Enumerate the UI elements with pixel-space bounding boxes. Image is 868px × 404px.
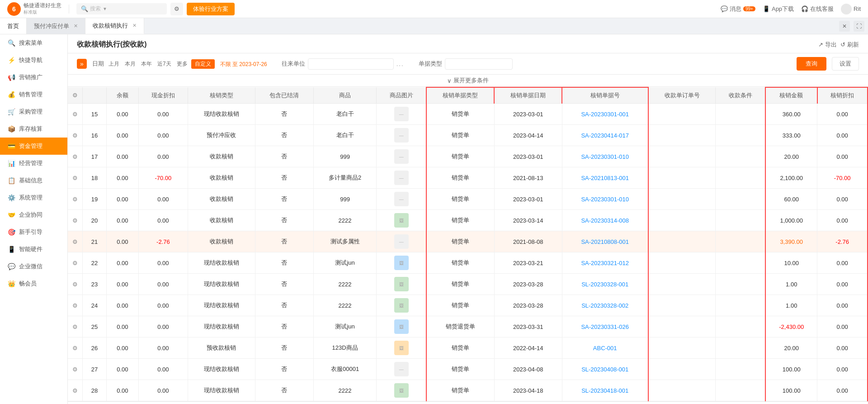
- write-off-no-link[interactable]: SA-20210808-001: [581, 238, 629, 245]
- row-write-off-type: 收款核销: [188, 189, 255, 210]
- row-include-settled: 否: [255, 104, 313, 125]
- row-gear[interactable]: ⚙: [68, 231, 83, 252]
- query-button[interactable]: 查询: [797, 57, 826, 71]
- voucher-type-select[interactable]: [445, 58, 513, 70]
- row-gear[interactable]: ⚙: [68, 167, 83, 189]
- sidebar-item-sales-label: 销售管理: [19, 90, 42, 99]
- row-product: 老白干: [313, 104, 377, 125]
- row-include-settled: 否: [255, 231, 313, 252]
- row-product: 2222: [313, 210, 377, 231]
- row-seq: 26: [83, 337, 107, 359]
- sidebar-item-basic[interactable]: 📋 基础信息: [0, 172, 67, 189]
- sidebar-item-biz[interactable]: 📊 经营管理: [0, 155, 67, 172]
- row-gear[interactable]: ⚙: [68, 295, 83, 316]
- write-off-no-link[interactable]: SL-20230328-002: [581, 302, 628, 309]
- sidebar-item-purchase[interactable]: 🛒 采购管理: [0, 103, 67, 120]
- table-row: ⚙200.000.00收款核销否2222🖼销货单2023-03-14SA-202…: [68, 210, 868, 231]
- row-gear[interactable]: ⚙: [68, 146, 83, 167]
- row-gear[interactable]: ⚙: [68, 189, 83, 210]
- col-gear[interactable]: ⚙: [68, 87, 83, 104]
- row-gear[interactable]: ⚙: [68, 210, 83, 231]
- industry-btn[interactable]: 体验行业方案: [187, 3, 235, 15]
- write-off-no-link[interactable]: SA-20230301-010: [581, 153, 629, 160]
- date-link-this-year[interactable]: 本年: [139, 59, 154, 69]
- filter-expand-button[interactable]: »: [77, 59, 87, 69]
- logo-icon: 6: [7, 2, 21, 16]
- row-write-off-no: SL-20230408-001: [562, 359, 648, 380]
- sidebar-item-smart-hw[interactable]: 📱 智能硬件: [0, 241, 67, 258]
- sidebar-item-quick-nav[interactable]: ⚡ 快捷导航: [0, 52, 67, 69]
- row-gear[interactable]: ⚙: [68, 359, 83, 380]
- table-container[interactable]: ⚙ 余额 现金折扣 核销类型 包含已结清 商品 商品图片 核销单据类型 核销单据…: [68, 87, 868, 404]
- row-receipt-order-no: [648, 146, 716, 167]
- sidebar-item-vip[interactable]: 👑 畅会员: [0, 275, 67, 292]
- row-gear[interactable]: ⚙: [68, 274, 83, 295]
- write-off-no-link[interactable]: ABC-001: [593, 345, 617, 352]
- row-cash-discount: -2.76: [138, 231, 188, 252]
- tab-writeoff-close[interactable]: ✕: [132, 23, 137, 29]
- sidebar-item-system[interactable]: ⚙️ 系统管理: [0, 189, 67, 206]
- row-write-off-type: 预收款核销: [188, 337, 255, 359]
- row-receipt-order-no: [648, 359, 716, 380]
- tab-expand-btn[interactable]: ⛶: [854, 21, 864, 32]
- date-custom-btn[interactable]: 自定义: [191, 59, 215, 69]
- online-service-item[interactable]: 🎧 在线客服: [801, 5, 834, 13]
- sidebar-item-corp[interactable]: 🤝 企业协同: [0, 206, 67, 223]
- row-gear[interactable]: ⚙: [68, 252, 83, 274]
- write-off-no-link[interactable]: SA-20230301-010: [581, 196, 629, 203]
- row-gear[interactable]: ⚙: [68, 316, 83, 337]
- write-off-no-link[interactable]: SA-20230331-026: [581, 323, 629, 330]
- row-gear[interactable]: ⚙: [68, 337, 83, 359]
- search-area[interactable]: 🔍 搜索 ▼: [76, 3, 167, 14]
- date-link-this-month[interactable]: 本月: [123, 59, 137, 69]
- partner-input[interactable]: [308, 58, 394, 70]
- sidebar-item-marketing[interactable]: 📢 营销推广: [0, 69, 67, 86]
- row-write-off-no: SL-20230328-001: [562, 274, 648, 295]
- row-include-settled: 否: [255, 210, 313, 231]
- write-off-no-link[interactable]: SL-20230408-001: [581, 366, 628, 373]
- write-off-no-link[interactable]: SA-20230321-012: [581, 260, 629, 266]
- tab-prepaid[interactable]: 预付冲应付单 ✕: [27, 18, 85, 34]
- app-download-item[interactable]: 📱 App下载: [763, 5, 794, 13]
- tab-home[interactable]: 首页: [0, 18, 27, 34]
- column-settings-icon[interactable]: ⚙: [72, 92, 78, 99]
- row-receipt-condition: [716, 210, 765, 231]
- user-item[interactable]: Rit: [841, 4, 861, 14]
- sidebar-item-sales[interactable]: 💰 销售管理: [0, 86, 67, 103]
- sidebar-item-beginner[interactable]: 🎯 新手引导: [0, 223, 67, 241]
- row-gear[interactable]: ⚙: [68, 380, 83, 401]
- row-write-off-amount: 333.00: [765, 125, 817, 146]
- date-filter-links: 上月 本月 本年 近7天 更多 自定义: [107, 59, 215, 69]
- sidebar-item-finance[interactable]: 💳 资金管理: [0, 138, 67, 155]
- write-off-no-link[interactable]: SA-20230301-001: [581, 111, 629, 118]
- tab-bar: 首页 预付冲应付单 ✕ 收款核销执行 ✕ ✕ ⛶: [0, 18, 868, 34]
- tab-writeoff[interactable]: 收款核销执行 ✕: [85, 18, 144, 34]
- write-off-no-link[interactable]: SA-20230414-017: [581, 132, 629, 139]
- refresh-button[interactable]: ↺ 刷新: [840, 41, 859, 49]
- date-link-7days[interactable]: 近7天: [156, 59, 173, 69]
- tab-close-all-btn[interactable]: ✕: [839, 21, 850, 32]
- setting-button[interactable]: 设置: [832, 57, 859, 71]
- expand-more-button[interactable]: ∨ 展开更多条件: [447, 76, 489, 85]
- sidebar-item-wechat-label: 企业微信: [19, 262, 42, 271]
- write-off-no-link[interactable]: SA-20230314-008: [581, 217, 629, 224]
- row-receipt-order-no: [648, 380, 716, 401]
- row-gear[interactable]: ⚙: [68, 104, 83, 125]
- row-write-off-type: 现结收款核销: [188, 104, 255, 125]
- row-gear[interactable]: ⚙: [68, 125, 83, 146]
- date-link-more[interactable]: 更多: [175, 59, 189, 69]
- export-button[interactable]: ↗ 导出: [818, 41, 837, 49]
- row-gear-icon: ⚙: [72, 281, 78, 288]
- chevron-down-icon: ▼: [103, 6, 107, 11]
- message-item[interactable]: 💬 消息 99+: [721, 5, 755, 13]
- write-off-no-link[interactable]: SL-20230328-001: [581, 281, 628, 288]
- date-range-display: 不限 至 2023-07-26: [220, 61, 267, 68]
- sidebar-item-search[interactable]: 🔍 搜索菜单: [0, 34, 67, 52]
- sidebar-item-wechat[interactable]: 💬 企业微信: [0, 258, 67, 275]
- sidebar-item-inventory[interactable]: 📦 库存核算: [0, 120, 67, 138]
- date-link-prev-month[interactable]: 上月: [107, 59, 121, 69]
- tab-prepaid-close[interactable]: ✕: [74, 23, 78, 29]
- gear-button[interactable]: ⚙: [170, 3, 183, 15]
- write-off-no-link[interactable]: SA-20210813-001: [581, 175, 629, 181]
- write-off-no-link[interactable]: SL-20230418-001: [581, 387, 628, 394]
